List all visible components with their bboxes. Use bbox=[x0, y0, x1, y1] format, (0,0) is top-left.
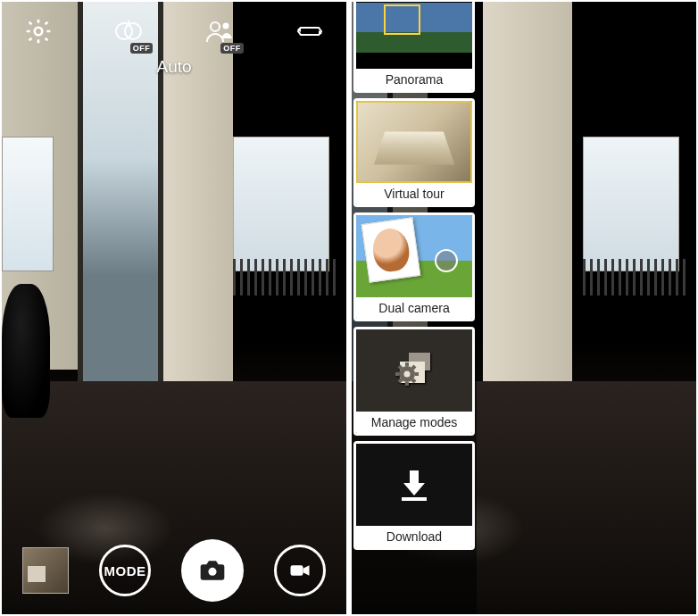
mode-item-virtual-tour[interactable]: Virtual tour bbox=[353, 98, 475, 207]
mode-item-download[interactable]: Download bbox=[353, 441, 475, 550]
hdr-off-badge: OFF bbox=[130, 43, 154, 54]
current-mode-label: Auto bbox=[2, 57, 346, 77]
svg-point-6 bbox=[208, 568, 216, 576]
download-thumb bbox=[356, 444, 472, 526]
stack-gear-icon bbox=[387, 344, 441, 397]
svg-point-11 bbox=[404, 371, 411, 378]
viewfinder-preview bbox=[2, 2, 346, 614]
mode-label: Dual camera bbox=[356, 297, 472, 319]
mode-sidebar[interactable]: Panorama Virtual tour Dual camera bbox=[352, 2, 477, 614]
camera-viewfinder-screen: OFF OFF Auto MODE bbox=[2, 2, 346, 614]
settings-button[interactable] bbox=[18, 11, 59, 52]
camera-bottom-bar: MODE bbox=[2, 539, 346, 602]
gallery-thumbnail-button[interactable] bbox=[22, 547, 69, 594]
camera-switch-icon bbox=[294, 19, 326, 44]
face-group-icon bbox=[204, 19, 236, 44]
mode-label: Download bbox=[356, 526, 472, 547]
mode-label: Manage modes bbox=[356, 412, 472, 433]
face-detection-toggle-button[interactable]: OFF bbox=[199, 11, 240, 52]
video-record-button[interactable] bbox=[274, 545, 326, 596]
svg-line-18 bbox=[399, 379, 402, 382]
svg-rect-7 bbox=[291, 565, 303, 576]
manage-modes-thumb bbox=[356, 329, 472, 412]
download-icon bbox=[395, 465, 434, 504]
hdr-icon bbox=[113, 19, 144, 44]
gear-icon bbox=[24, 17, 53, 46]
svg-rect-20 bbox=[410, 470, 419, 485]
face-off-badge: OFF bbox=[220, 43, 244, 54]
dual-camera-thumb bbox=[356, 215, 472, 297]
shutter-button[interactable] bbox=[181, 539, 244, 602]
video-icon bbox=[287, 558, 312, 583]
mode-label: Virtual tour bbox=[356, 183, 472, 204]
mode-button[interactable]: MODE bbox=[99, 545, 151, 596]
camera-mode-picker-screen: Panorama Virtual tour Dual camera bbox=[352, 2, 696, 614]
camera-top-toolbar: OFF OFF bbox=[2, 11, 346, 52]
mode-label: Panorama bbox=[356, 69, 472, 90]
svg-point-5 bbox=[222, 23, 229, 29]
svg-rect-21 bbox=[402, 497, 427, 501]
mode-button-label: MODE bbox=[104, 563, 146, 579]
camera-icon bbox=[198, 556, 227, 585]
hdr-toggle-button[interactable]: OFF bbox=[108, 11, 149, 52]
mode-item-dual-camera[interactable]: Dual camera bbox=[353, 212, 475, 321]
panorama-thumb bbox=[356, 2, 472, 69]
svg-line-19 bbox=[412, 366, 415, 369]
svg-line-17 bbox=[412, 379, 415, 382]
svg-point-4 bbox=[211, 22, 220, 31]
mode-item-panorama[interactable]: Panorama bbox=[353, 2, 475, 93]
svg-line-16 bbox=[399, 366, 402, 369]
svg-point-0 bbox=[35, 28, 43, 36]
mode-item-manage-modes[interactable]: Manage modes bbox=[353, 327, 475, 436]
switch-camera-button[interactable] bbox=[289, 11, 330, 52]
virtual-tour-thumb bbox=[356, 101, 472, 183]
